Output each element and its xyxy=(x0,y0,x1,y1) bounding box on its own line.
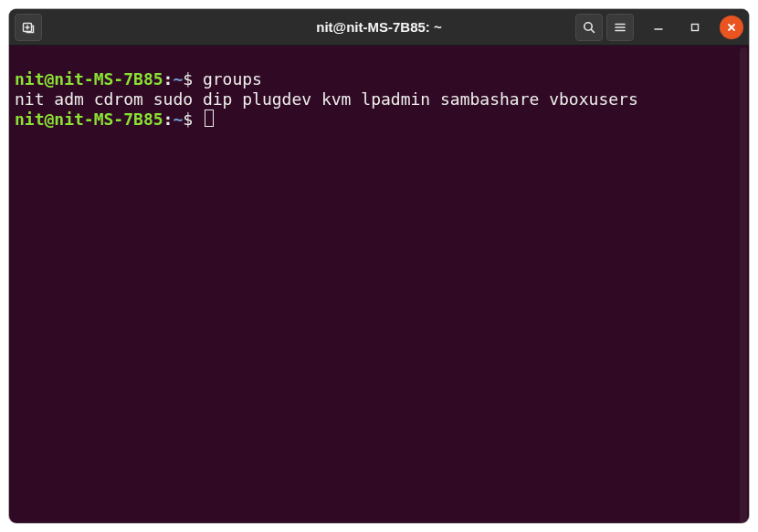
terminal-line-1: nit@nit-MS-7B85:~$ groups xyxy=(15,69,262,89)
maximize-button[interactable] xyxy=(683,16,707,39)
prompt-symbol: $ xyxy=(183,110,203,129)
prompt-user-host: nit@nit-MS-7B85 xyxy=(15,110,163,129)
titlebar-right xyxy=(575,14,743,41)
terminal-line-2: nit@nit-MS-7B85:~$ xyxy=(15,110,214,129)
search-icon xyxy=(582,20,596,35)
prompt-path: ~ xyxy=(173,110,183,129)
close-button[interactable] xyxy=(720,16,743,39)
close-icon xyxy=(726,22,737,33)
minimize-icon xyxy=(653,22,664,33)
prompt-user-host: nit@nit-MS-7B85 xyxy=(15,69,163,89)
menu-button[interactable] xyxy=(606,14,634,41)
prompt-symbol: $ xyxy=(183,69,203,89)
prompt-colon: : xyxy=(163,69,174,89)
search-button[interactable] xyxy=(575,14,603,41)
svg-line-2 xyxy=(591,29,594,32)
terminal-window: nit@nit-MS-7B85: ~ xyxy=(9,9,749,523)
prompt-colon: : xyxy=(163,110,174,129)
maximize-icon xyxy=(690,22,700,33)
scrollbar-thumb[interactable] xyxy=(740,47,747,523)
minimize-button[interactable] xyxy=(647,16,670,39)
titlebar: nit@nit-MS-7B85: ~ xyxy=(9,9,749,46)
new-tab-button[interactable] xyxy=(15,14,42,41)
new-tab-icon xyxy=(21,20,36,35)
prompt-path: ~ xyxy=(173,69,183,89)
cursor xyxy=(205,110,214,127)
scrollbar[interactable] xyxy=(738,46,749,523)
output-line: nit adm cdrom sudo dip plugdev kvm lpadm… xyxy=(15,89,638,109)
terminal-body[interactable]: nit@nit-MS-7B85:~$ groups nit adm cdrom … xyxy=(9,46,749,523)
titlebar-left xyxy=(15,14,42,41)
hamburger-icon xyxy=(613,20,627,35)
command-text: groups xyxy=(203,69,262,89)
svg-rect-7 xyxy=(692,24,699,30)
